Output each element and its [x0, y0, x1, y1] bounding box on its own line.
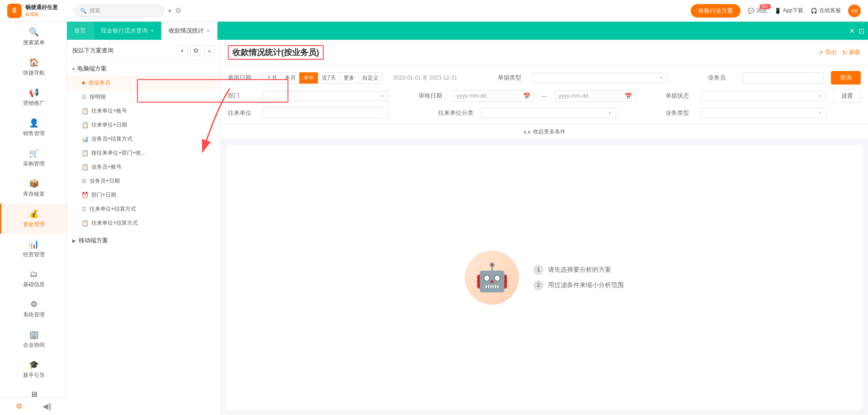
guide-icon: 🎓 [29, 360, 39, 370]
tab-collection-stat[interactable]: 收款情况统计 × [161, 22, 217, 40]
tree-item-label: 往来单位+账号 [91, 107, 127, 115]
mobile-group: ▶ 移动端方案 [67, 232, 220, 249]
review-date-end-input[interactable]: yyyy-mm-dd 📅 [555, 90, 636, 102]
date-tab-last-month[interactable]: 上月 [262, 72, 281, 84]
home-icon: 🏠 [29, 57, 39, 67]
salesman-dots[interactable]: ... [810, 75, 819, 81]
sidebar-item-quicknav[interactable]: 🏠 快捷导航 [0, 52, 66, 82]
tree-item-by-detail[interactable]: ☰ 按明细 [67, 90, 220, 104]
close-window-btn[interactable]: ✕ [849, 27, 855, 35]
chart-icon: 📊 [29, 239, 39, 249]
sidebar-item-label: 新手引导 [23, 372, 45, 379]
sidebar-item-system[interactable]: ⚙ 系统管理 [0, 294, 66, 324]
tree-item-partner-settle1[interactable]: ☰ 往来单位+结算方式 [67, 202, 220, 216]
collapse-label: 收起更多条件 [533, 128, 566, 136]
bottom-settings-icon[interactable]: ⚙ [16, 402, 22, 410]
salesman-select[interactable]: ... [742, 72, 824, 84]
dropdown-icon[interactable]: ▾ [168, 7, 171, 14]
settings-scheme-btn[interactable]: ⚙ [190, 45, 201, 56]
partner-label: 往来单位 [228, 109, 255, 117]
date-tab-this-year[interactable]: 本年 [299, 72, 318, 84]
tab-bank-flow[interactable]: 现金银行流水查询 × [94, 22, 161, 40]
review-date-start-input[interactable]: yyyy-mm-dd 📅 [453, 90, 534, 102]
sidebar-item-enterprise[interactable]: 🏢 企业协同 [0, 324, 66, 354]
add-scheme-btn[interactable]: + [177, 45, 188, 56]
app-download-btn[interactable]: 📱 App下载 [774, 7, 803, 14]
partner-category-chevron: ▾ [609, 110, 611, 116]
tree-item-staff-settle[interactable]: 📊 业务员+结算方式 [67, 132, 220, 146]
bar-icon: 📊 [81, 136, 89, 142]
maximize-window-btn[interactable]: ⊡ [859, 27, 864, 35]
online-service-btn[interactable]: 🎧 在线客服 [811, 7, 841, 14]
step-2-text: 用过滤条件来缩小分析范围 [548, 281, 624, 289]
business-type-label: 业务类型 [665, 109, 693, 117]
tree-item-staff-account[interactable]: 📋 业务员+账号 [67, 160, 220, 174]
dept-chevron: ▾ [381, 93, 384, 99]
date-tab-more[interactable]: 更多 [340, 72, 358, 84]
voucher-status-select[interactable]: ▾ [700, 91, 826, 101]
business-type-select[interactable]: ▾ [700, 108, 826, 118]
empty-step-1: 1 请先选择要分析的方案 [533, 265, 624, 275]
dept-select[interactable]: ▾ [262, 91, 389, 101]
doc-icon: 📋 [81, 108, 89, 114]
empty-step-2: 2 用过滤条件来缩小分析范围 [533, 280, 624, 290]
query-btn[interactable]: 查询 [831, 71, 861, 85]
mobile-group-text: 移动端方案 [79, 236, 108, 245]
date-tab-this-month[interactable]: 本月 [281, 72, 299, 84]
messages-btn[interactable]: 💬 消息 99+ [748, 7, 767, 14]
sidebar-item-sales[interactable]: 👤 销售管理 [0, 113, 66, 143]
app-logo: 6 [7, 4, 22, 18]
collapse-btn[interactable]: ∧∧ 收起更多条件 [523, 128, 566, 136]
desktop-group-label[interactable]: ▾ 电脑端方案 [67, 62, 220, 75]
tree-item-by-staff[interactable]: ● 按业务员 [67, 75, 220, 90]
date-tab-custom[interactable]: 自定义 [358, 72, 382, 84]
doc5-icon: 📋 [81, 220, 89, 226]
sidebar-item-guide[interactable]: 🎓 新手引导 [0, 354, 66, 385]
sidebar-item-label: 企业协同 [23, 341, 45, 349]
tree-item-partner-account[interactable]: 📋 往来单位+账号 [67, 104, 220, 118]
tree-item-staff-date[interactable]: ⚙ 业务员+日期 [67, 174, 220, 188]
settings-btn[interactable]: 设置 [834, 89, 861, 103]
tab-bank-flow-close[interactable]: × [151, 28, 154, 34]
refresh-btn[interactable]: ↻ 刷新 [842, 48, 861, 57]
page-header: 收款情况统计(按业务员) ↗ 导出 ↻ 刷新 [221, 40, 868, 66]
export-btn[interactable]: ↗ 导出 [818, 48, 837, 57]
user-avatar[interactable]: Rit [848, 5, 861, 17]
bottom-collapse-icon[interactable]: ◀‖ [42, 402, 52, 410]
sidebar-item-label: 库存核算 [23, 190, 45, 198]
gear-icon: ⚙ [30, 299, 38, 309]
mobile-group-label[interactable]: ▶ 移动端方案 [67, 234, 220, 247]
folder-icon: 🗂 [30, 269, 38, 279]
tab-home[interactable]: 首页 [67, 22, 94, 40]
chevron-right-icon: ▶ [72, 238, 76, 243]
sidebar-item-search[interactable]: 🔍 搜索菜单 [0, 22, 66, 52]
tree-item-label: 按业务员 [89, 79, 110, 87]
partner-dots[interactable]: ... [375, 109, 384, 116]
tree-item-label: 部门+日期 [91, 191, 116, 199]
sidebar-item-fund[interactable]: 💰 资金管理 [0, 203, 66, 234]
salesman-label: 业务员 [708, 74, 735, 82]
trial-btn[interactable]: 体验行业方案 [691, 4, 741, 18]
sidebar-item-operation[interactable]: 📊 经营管理 [0, 234, 66, 264]
partner-category-select[interactable]: ▾ [481, 108, 616, 118]
settings-icon[interactable]: ⚙ [175, 6, 181, 15]
logo-area: 6 畅捷通好生意 标准版 [7, 4, 74, 18]
partner-select[interactable]: ... [262, 107, 389, 118]
tree-item-dept-date[interactable]: ⏰ 部门+日期 [67, 188, 220, 202]
dept-label: 部门 [228, 92, 255, 100]
search-box[interactable]: 🔍 搜索 [74, 5, 165, 17]
sidebar-item-marketing[interactable]: 📢 营销推广 [0, 82, 66, 113]
voucher-type-select[interactable]: ▾ [532, 73, 668, 83]
sidebar-item-inventory[interactable]: 📦 库存核算 [0, 173, 66, 203]
left-panel-header: 按以下方案查询 + ⚙ « [67, 45, 220, 60]
tab-collection-stat-close[interactable]: × [207, 28, 210, 34]
desktop-group-text: 电脑端方案 [77, 65, 107, 73]
tree-item-partner-dept[interactable]: 📋 按往来单位+部门+收... [67, 146, 220, 160]
sidebar-item-label: 经营管理 [23, 251, 45, 259]
collapse-panel-btn[interactable]: « [204, 45, 215, 56]
tree-item-partner-date[interactable]: 📋 往来单位+日期 [67, 118, 220, 132]
sidebar-item-basic[interactable]: 🗂 基础信息 [0, 264, 66, 294]
tree-item-partner-settle2[interactable]: 📋 往来单位+结算方式 [67, 216, 220, 230]
date-tab-7days[interactable]: 近7天 [318, 72, 340, 84]
sidebar-item-purchase[interactable]: 🛒 采购管理 [0, 143, 66, 173]
